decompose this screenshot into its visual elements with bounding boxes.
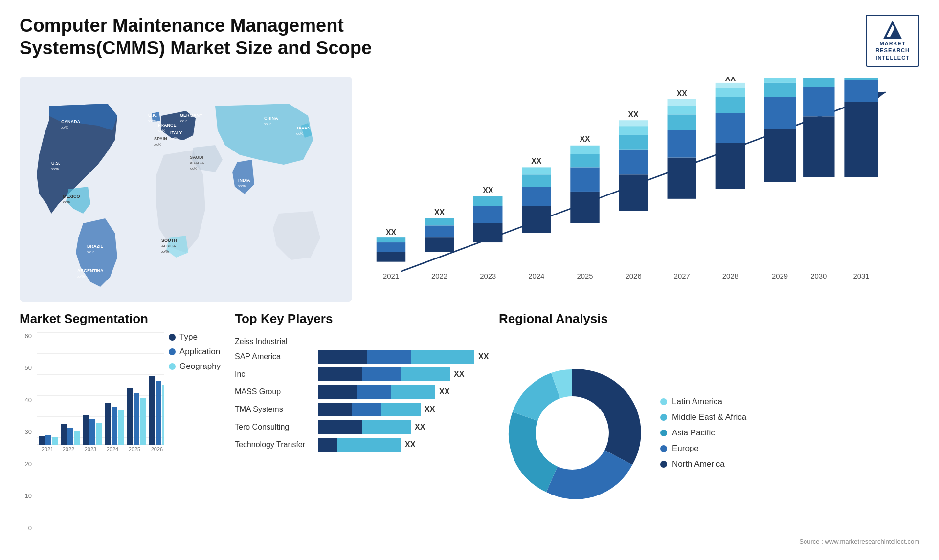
svg-rect-39: [377, 237, 405, 242]
north-america-dot: [660, 461, 667, 468]
legend-geography: Geography: [169, 362, 221, 371]
segmentation-title: Market Segmentation: [20, 311, 225, 326]
svg-text:2023: 2023: [85, 446, 96, 452]
svg-rect-108: [39, 436, 45, 445]
player-name: MASS Group: [235, 388, 313, 396]
svg-rect-48: [473, 206, 502, 223]
geography-dot: [169, 363, 176, 370]
svg-rect-47: [473, 223, 502, 242]
latin-america-label: Latin America: [672, 397, 722, 407]
bar-chart-svg: XX 2021 XX 2022 XX 2023: [362, 77, 919, 302]
svg-text:2025: 2025: [129, 446, 140, 452]
svg-rect-61: [570, 146, 599, 154]
svg-rect-130: [162, 385, 164, 445]
player-value: XX: [478, 352, 489, 361]
player-name: Technology Transfer: [235, 440, 313, 449]
players-section: Top Key Players Zeiss Industrial SAP Ame…: [235, 311, 489, 545]
logo-icon: [880, 21, 905, 40]
svg-text:XX: XX: [628, 110, 639, 119]
svg-text:GERMANY: GERMANY: [180, 113, 202, 118]
regional-content: Latin America Middle East & Africa Asia …: [499, 332, 919, 534]
player-name: TMA Systems: [235, 405, 313, 414]
svg-rect-78: [716, 143, 745, 189]
svg-text:xx%: xx%: [77, 274, 85, 279]
players-title: Top Key Players: [235, 311, 489, 326]
svg-text:2022: 2022: [431, 272, 447, 280]
svg-text:xx%: xx%: [170, 136, 178, 141]
application-dot: [169, 348, 176, 355]
type-dot: [169, 334, 176, 341]
player-name: Zeiss Industrial: [235, 337, 313, 346]
svg-rect-52: [522, 206, 551, 233]
header: Computer Maintenance Management Systems(…: [20, 15, 919, 67]
svg-text:xx%: xx%: [154, 142, 161, 147]
svg-text:xx%: xx%: [61, 125, 68, 129]
asia-pacific-dot: [660, 430, 667, 436]
donut-chart: [499, 360, 646, 506]
svg-text:XX: XX: [531, 157, 542, 165]
svg-rect-74: [668, 106, 696, 114]
svg-text:XX: XX: [386, 228, 397, 237]
svg-rect-42: [425, 237, 454, 252]
svg-text:XX: XX: [483, 186, 493, 194]
svg-text:xx%: xx%: [51, 167, 59, 171]
svg-rect-124: [127, 388, 133, 445]
legend-asia-pacific: Asia Pacific: [660, 428, 746, 438]
donut-svg: [499, 360, 646, 506]
player-value: XX: [439, 388, 449, 396]
svg-rect-49: [473, 196, 502, 206]
svg-text:xx%: xx%: [63, 200, 70, 204]
svg-text:xx%: xx%: [264, 122, 271, 126]
bottom-row: Market Segmentation 60 50 40 30 20 10 0: [20, 311, 919, 545]
svg-text:xx%: xx%: [180, 119, 187, 123]
player-value: XX: [415, 423, 425, 431]
svg-rect-60: [570, 154, 599, 168]
svg-text:BRAZIL: BRAZIL: [87, 244, 103, 249]
svg-text:2026: 2026: [626, 272, 642, 280]
svg-rect-66: [619, 135, 648, 150]
svg-rect-79: [716, 113, 745, 143]
svg-text:2026: 2026: [151, 446, 163, 452]
europe-dot: [660, 445, 667, 452]
regional-section: Regional Analysis: [499, 311, 919, 545]
svg-text:ITALY: ITALY: [170, 130, 182, 135]
svg-text:2022: 2022: [63, 446, 74, 452]
svg-text:XX: XX: [434, 208, 445, 216]
svg-text:XX: XX: [725, 77, 736, 82]
svg-rect-43: [425, 225, 454, 237]
svg-rect-114: [74, 431, 80, 445]
logo: MARKET RESEARCH INTELLECT: [866, 15, 919, 67]
svg-rect-67: [619, 126, 648, 135]
middle-east-africa-dot: [660, 414, 667, 421]
svg-rect-38: [377, 242, 405, 252]
svg-rect-73: [668, 114, 696, 130]
svg-text:2029: 2029: [772, 272, 788, 280]
svg-text:xx%: xx%: [158, 129, 165, 133]
svg-text:CHINA: CHINA: [264, 116, 278, 121]
svg-text:XX: XX: [580, 135, 590, 143]
legend-middle-east-africa: Middle East & Africa: [660, 412, 746, 422]
player-name: SAP America: [235, 352, 313, 361]
legend-latin-america: Latin America: [660, 397, 746, 407]
list-item: TMA Systems XX: [235, 403, 489, 416]
svg-rect-98: [844, 78, 878, 80]
svg-text:SAUDI: SAUDI: [190, 155, 203, 160]
svg-rect-44: [425, 218, 454, 225]
players-list: Zeiss Industrial SAP America XX: [235, 332, 489, 545]
svg-rect-86: [764, 97, 796, 129]
logo-text: MARKET RESEARCH INTELLECT: [875, 40, 910, 61]
svg-text:INDIA: INDIA: [238, 178, 250, 183]
svg-text:SOUTH: SOUTH: [161, 238, 177, 243]
list-item: Inc XX: [235, 367, 489, 381]
svg-rect-97: [844, 80, 878, 102]
legend-type: Type: [169, 332, 221, 342]
list-item: MASS Group XX: [235, 385, 489, 399]
svg-text:2024: 2024: [528, 272, 544, 280]
list-item: SAP America XX: [235, 350, 489, 364]
application-label: Application: [179, 347, 220, 357]
bar-chart-section: XX 2021 XX 2022 XX 2023: [362, 77, 919, 302]
asia-pacific-label: Asia Pacific: [672, 428, 715, 438]
svg-rect-110: [52, 437, 58, 445]
svg-rect-113: [67, 428, 73, 445]
svg-text:2027: 2027: [674, 272, 690, 280]
